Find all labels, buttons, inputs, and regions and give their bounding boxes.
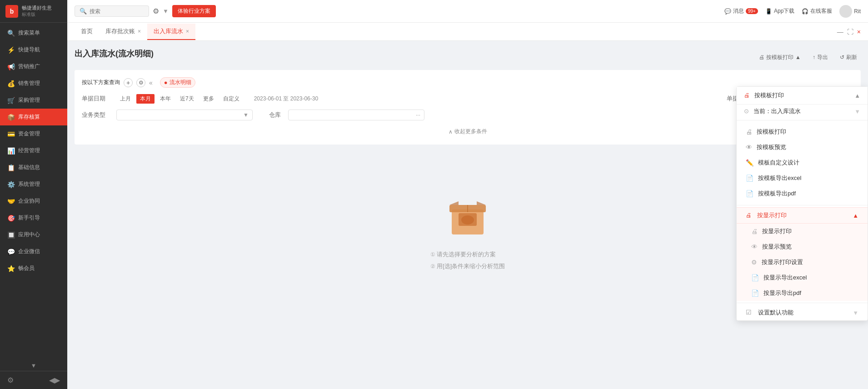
maximize-window-icon[interactable]: ⛶	[847, 28, 853, 35]
current-flow-label: 当前：出入库流水	[753, 108, 801, 115]
settings-footer-icon[interactable]: ⚙	[7, 376, 14, 384]
business-type-label: 业务类型	[82, 111, 109, 119]
tag-icon: ●	[164, 79, 168, 86]
template-custom-item[interactable]: ✏️ 模板自定义设计	[737, 155, 868, 170]
display-excel-icon: 📄	[751, 274, 759, 281]
sidebar-logo: b 畅捷通好生意 标准版	[0, 0, 67, 23]
date-tab-last-month[interactable]: 上月	[116, 94, 135, 104]
topbar-dropdown-arrow[interactable]: ▼	[163, 8, 169, 15]
app-download-action[interactable]: 📱 App下载	[765, 7, 794, 15]
date-tab-this-month[interactable]: 本月	[136, 94, 155, 104]
sidebar-item-search[interactable]: 🔍 搜索菜单	[0, 25, 67, 41]
display-section-arrow: ▲	[853, 212, 858, 219]
collapse-sidebar-icon[interactable]: ◀▶	[49, 376, 60, 384]
date-tabs: 上月 本月 本年 近7天 更多 自定义	[116, 94, 243, 104]
collapse-icon: ∧	[449, 129, 453, 135]
display-export-excel-item[interactable]: 📄 按显示导出excel	[737, 270, 868, 285]
purchase-icon: 🛒	[7, 97, 15, 104]
tab-batch[interactable]: 库存批次账 ×	[99, 24, 147, 40]
page-title: 出入库流水(流水明细)	[75, 48, 154, 59]
tab-batch-close[interactable]: ×	[138, 28, 141, 35]
date-filter-label: 单据日期	[82, 95, 109, 103]
sidebar-item-label: 应用中心	[18, 231, 40, 239]
template-export-pdf-label: 按模板导出pdf	[758, 190, 796, 198]
divider-2	[737, 205, 868, 205]
app-download-label: App下载	[774, 7, 794, 15]
dropdown-current-item[interactable]: ⊙ 当前：出入库流水 ▼	[737, 105, 868, 118]
close-window-icon[interactable]: ×	[857, 28, 861, 35]
sidebar-scroll-down[interactable]: ▼	[0, 360, 67, 371]
sidebar-item-label: 基础信息	[18, 164, 40, 171]
date-tab-this-year[interactable]: 本年	[156, 94, 175, 104]
display-export-pdf-item[interactable]: 📄 按显示导出pdf	[737, 285, 868, 301]
display-preview-item[interactable]: 👁 按显示预览	[737, 239, 868, 254]
print-template-button[interactable]: 🖨 按模板打印 ▲	[755, 52, 804, 63]
template-export-excel-label: 按模板导出excel	[758, 174, 801, 182]
template-preview-item[interactable]: 👁 按模板预览	[737, 140, 868, 155]
sidebar-item-marketing[interactable]: 📢 营销推广	[0, 58, 67, 75]
tab-flow-close[interactable]: ×	[186, 28, 189, 35]
template-export-pdf-item[interactable]: 📄 按模板导出pdf	[737, 186, 868, 201]
template-print-item[interactable]: 🖨 按模板打印	[737, 124, 868, 140]
display-print-section-title[interactable]: 🖨 按显示打印 ▲	[737, 207, 868, 223]
set-default-item[interactable]: ☑ 设置默认功能 ▼	[737, 305, 868, 320]
display-print-settings-item[interactable]: ⚙ 按显示打印设置	[737, 254, 868, 270]
sidebar-item-label: 销售管理	[18, 80, 40, 87]
refresh-label: 刷新	[846, 54, 857, 61]
online-service-action[interactable]: 🎧 在线客服	[802, 7, 832, 15]
warehouse-select[interactable]: ···	[288, 110, 424, 120]
minimize-window-icon[interactable]: —	[837, 28, 843, 35]
template-preview-label: 按模板预览	[757, 143, 786, 151]
filter-settings-button[interactable]: ⚙	[136, 78, 145, 87]
user-avatar	[839, 5, 852, 18]
search-input[interactable]	[90, 8, 144, 15]
divider-3	[737, 303, 868, 303]
sidebar-item-system[interactable]: ⚙️ 系统管理	[0, 176, 67, 193]
filter-collapse-icon[interactable]: «	[149, 79, 153, 86]
sidebar-item-sales[interactable]: 💰 销售管理	[0, 75, 67, 92]
sidebar-item-cooperation[interactable]: 🤝 企业协同	[0, 193, 67, 209]
filter-tag-item: ● 流水明细	[160, 77, 195, 88]
sidebar-item-apps[interactable]: 🔲 应用中心	[0, 226, 67, 243]
date-tab-last-7[interactable]: 近7天	[176, 94, 198, 104]
sidebar-item-quick-nav[interactable]: ⚡ 快捷导航	[0, 41, 67, 58]
tab-flow[interactable]: 出入库流水 ×	[147, 24, 195, 40]
export-button[interactable]: ↑ 导出	[809, 52, 832, 63]
tab-home[interactable]: 首页	[75, 24, 99, 40]
display-print-item[interactable]: 🖨 按显示打印	[737, 224, 868, 239]
trial-industry-button[interactable]: 体验行业方案	[172, 5, 216, 17]
sidebar-item-inventory[interactable]: 📦 库存核算	[0, 109, 67, 125]
print-dropdown-arrow: ▲	[795, 54, 801, 60]
topbar-left: 🔍 ⚙ ▼ 体验行业方案	[75, 5, 216, 17]
refresh-button[interactable]: ↺ 刷新	[836, 52, 861, 63]
sidebar-item-guide[interactable]: 🎯 新手引导	[0, 209, 67, 226]
template-section: 🖨 按模板打印 👁 按模板预览 ✏️ 模板自定义设计 📄 按模板导出excel …	[737, 122, 868, 203]
sidebar-nav: 🔍 搜索菜单 ⚡ 快捷导航 📢 营销推广 💰 销售管理 🛒 采购管理 📦 库存核…	[0, 23, 67, 360]
display-print-label: 按显示打印	[762, 227, 792, 235]
refresh-icon: ↺	[840, 54, 844, 60]
dropdown-title: 按模板打印	[754, 92, 784, 99]
headset-icon: 🎧	[802, 8, 808, 15]
sidebar-item-purchase[interactable]: 🛒 采购管理	[0, 92, 67, 109]
sidebar-item-basic[interactable]: 📋 基础信息	[0, 159, 67, 176]
sidebar-item-member[interactable]: ⭐ 畅会员	[0, 260, 67, 277]
message-action[interactable]: 💬 消息 99+	[724, 7, 758, 15]
display-pdf-icon: 📄	[751, 289, 759, 297]
filter-add-button[interactable]: +	[124, 78, 133, 87]
user-profile[interactable]: Rit	[839, 5, 861, 18]
date-tab-custom[interactable]: 自定义	[219, 94, 243, 104]
date-range-display: 2023-06-01 至 2023-06-30	[254, 95, 318, 103]
dropdown-close-chevron[interactable]: ▲	[854, 92, 860, 99]
business-type-select[interactable]: ▼	[116, 110, 253, 120]
svg-marker-5	[449, 201, 459, 205]
settings-gear-icon[interactable]: ⚙	[153, 7, 159, 15]
sidebar-item-finance[interactable]: 💳 资金管理	[0, 125, 67, 142]
date-tab-more[interactable]: 更多	[200, 94, 218, 104]
cooperation-icon: 🤝	[7, 198, 15, 205]
topbar-search-wrapper[interactable]: 🔍	[75, 5, 149, 17]
sidebar-item-wechat[interactable]: 💬 企业微信	[0, 243, 67, 260]
template-export-excel-item[interactable]: 📄 按模板导出excel	[737, 170, 868, 186]
print-icon: 🖨	[759, 54, 764, 60]
collapse-label: 收起更多条件	[454, 128, 487, 135]
sidebar-item-operation[interactable]: 📊 经营管理	[0, 142, 67, 159]
